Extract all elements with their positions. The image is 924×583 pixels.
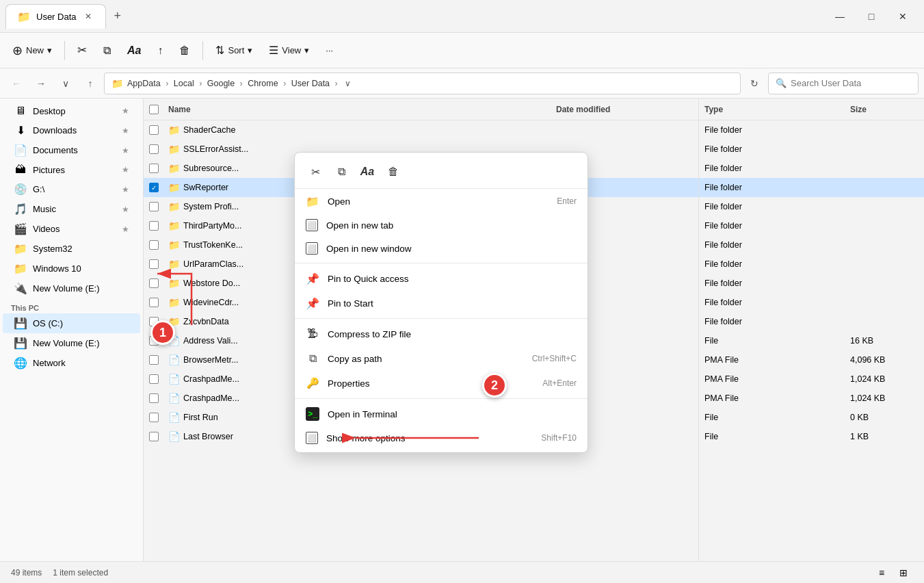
refresh-button[interactable]: ↻ [743,73,765,94]
new-icon: ⊕ [12,43,23,58]
select-all-checkbox[interactable] [149,105,159,114]
ctx-copy-button[interactable]: ⧉ [329,159,354,184]
sidebar-item-newvole[interactable]: 💾 New Volume (E:) [3,333,140,353]
sidebar-label-music: Music [33,204,116,214]
table-row[interactable]: 📁ShaderCache [144,120,698,140]
ctx-cut-button[interactable]: ✂ [303,159,328,184]
downloads-icon: ⬇ [14,124,27,137]
pin-icon-documents: ★ [122,146,129,155]
ctx-copy-path-label: Copy as path [328,354,524,364]
right-row: PMA File1,024 KB [699,389,924,408]
right-row: File folder [699,274,924,293]
sidebar-item-videos[interactable]: 🎬 Videos ★ [3,219,140,239]
file-icon: 📄 [168,431,180,442]
ctx-open-new-window-label: Open in new window [326,244,568,254]
pin-icon-music: ★ [122,205,129,214]
row-checkbox[interactable] [149,355,159,365]
row-checkbox[interactable] [149,240,159,250]
row-checkbox[interactable] [149,164,159,173]
type-size-header: Type Size [699,99,924,120]
size-cell: 1 KB [850,432,919,441]
row-checkbox[interactable] [149,125,159,135]
sidebar-item-osc[interactable]: 💾 OS (C:) [3,313,140,333]
sort-button[interactable]: ⇅ Sort ▾ [209,38,259,63]
delete-button[interactable]: 🗑 [172,38,197,63]
file-icon: 📄 [168,354,180,365]
row-checkbox[interactable] [149,183,159,192]
share-button[interactable]: ↑ [150,38,170,63]
row-checkbox[interactable] [149,202,159,211]
ctx-compress-item[interactable]: 🗜 Compress to ZIP file [295,322,588,346]
ctx-pin-start-item[interactable]: 📌 Pin to Start [295,291,588,315]
copy-path-icon: ⧉ [306,352,319,365]
new-button[interactable]: ⊕ New ▾ [5,38,59,63]
maximize-button[interactable]: □ [856,5,887,27]
file-name: First Run [183,413,218,422]
sidebar-item-g[interactable]: 💿 G:\ ★ [3,179,140,199]
row-checkbox[interactable] [149,393,159,403]
size-cell: 4,096 KB [850,355,919,365]
type-cell: File folder [704,144,850,154]
back-button[interactable]: ← [5,73,27,94]
ctx-open-new-tab-item[interactable]: ⬜ Open in new tab [295,213,588,237]
list-view-button[interactable]: ≡ [872,563,891,582]
close-button[interactable]: ✕ [887,5,919,27]
sidebar-label-desktop: Desktop [33,106,116,116]
ctx-properties-item[interactable]: 🔑 Properties Alt+Enter [295,371,588,396]
type-cell: File folder [704,221,850,231]
expand-button[interactable]: ∨ [55,73,77,94]
address-box[interactable]: 📁 AppData › Local › Google › Chrome › Us… [104,73,741,94]
size-cell: 1,024 KB [850,374,919,384]
ctx-pin-quick-item[interactable]: 📌 Pin to Quick access [295,266,588,291]
file-name: System Profi... [183,202,239,211]
right-row: File folder [699,178,924,197]
close-tab-button[interactable]: ✕ [82,10,94,23]
cut-icon: ✂ [77,43,87,57]
forward-button[interactable]: → [30,73,52,94]
sidebar-item-downloads[interactable]: ⬇ Downloads ★ [3,120,140,140]
rename-button[interactable]: Aa [120,38,148,63]
minimize-button[interactable]: — [824,5,856,27]
row-checkbox[interactable] [149,413,159,422]
ctx-open-label: Open [328,196,549,207]
search-box: 🔍 [768,73,919,94]
pin-icon-downloads: ★ [122,126,129,135]
sidebar-item-windows10[interactable]: 📁 Windows 10 [3,259,140,278]
breadcrumb: AppData › Local › Google › Chrome › User… [127,79,341,88]
sidebar-item-system32[interactable]: 📁 System32 [3,239,140,259]
copy-button[interactable]: ⧉ [96,38,118,63]
sidebar-item-newvol[interactable]: 🔌 New Volume (E:) [3,278,140,298]
sidebar-item-network[interactable]: 🌐 Network [3,353,140,373]
sidebar-item-pictures[interactable]: 🏔 Pictures ★ [3,160,140,179]
type-cell: PMA File [704,355,850,365]
type-cell: File folder [704,278,850,288]
up-button[interactable]: ↑ [79,73,101,94]
ctx-delete-button[interactable]: 🗑 [381,159,406,184]
row-checkbox[interactable] [149,374,159,384]
address-folder-icon: 📁 [111,78,123,89]
sidebar-item-documents[interactable]: 📄 Documents ★ [3,140,140,160]
cut-button[interactable]: ✂ [70,38,94,63]
row-checkbox[interactable] [149,221,159,231]
ctx-open-new-window-item[interactable]: ⬜ Open in new window [295,237,588,260]
row-checkbox[interactable] [149,432,159,441]
search-input[interactable] [791,78,911,88]
title-tab[interactable]: 📁 User Data ✕ [5,4,106,29]
row-checkbox[interactable] [149,144,159,154]
grid-view-button[interactable]: ⊞ [894,563,913,582]
ctx-open-new-tab-label: Open in new tab [326,220,568,231]
sidebar-label-windows10: Windows 10 [33,263,129,274]
more-button[interactable]: ··· [319,38,340,63]
ctx-open-item[interactable]: 📁 Open Enter [295,189,588,213]
file-name: TrustTokenKe... [183,240,243,250]
folder-icon: 📁 [168,239,180,250]
ctx-copy-path-item[interactable]: ⧉ Copy as path Ctrl+Shift+C [295,346,588,371]
sidebar-item-desktop[interactable]: 🖥 Desktop ★ [3,101,140,120]
sidebar-item-music[interactable]: 🎵 Music ★ [3,199,140,219]
view-icon: ☰ [269,44,278,57]
right-row: File folder [699,216,924,235]
view-button[interactable]: ☰ View ▾ [262,38,316,63]
new-tab-button[interactable]: + [109,6,127,26]
ctx-rename-button[interactable]: Aa [355,159,380,184]
address-dropdown-button[interactable]: ∨ [345,79,351,88]
